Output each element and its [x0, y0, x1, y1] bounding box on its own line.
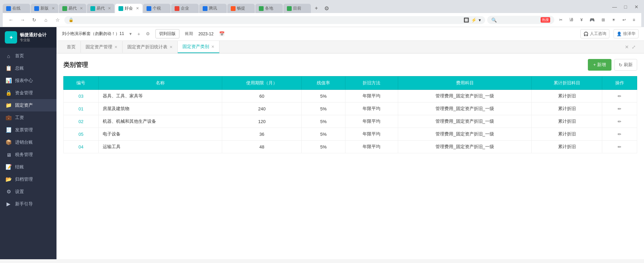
search-input[interactable]: 360智能抠图免费用	[498, 17, 539, 22]
game-button[interactable]: 🎮	[587, 16, 597, 24]
tab-close-t3[interactable]: ✕	[80, 6, 83, 11]
user-profile-button[interactable]: 👤 徐泽华	[614, 29, 639, 38]
cell-depreciation-3: 累计折旧	[532, 128, 602, 141]
chevron-down-icon[interactable]: ▾	[129, 31, 132, 36]
browser-tab-t8[interactable]: 腾讯	[199, 4, 227, 13]
switch-version-button[interactable]: 切到旧版	[155, 29, 179, 38]
browser-tab-t7[interactable]: 企业	[171, 4, 199, 13]
browser-tab-t11[interactable]: 目前	[283, 4, 311, 13]
sidebar-item-report[interactable]: 📊 报表中心	[0, 74, 56, 87]
browser-tab-t2[interactable]: 新版 ✕	[31, 4, 58, 13]
page-tab-close-depreciation[interactable]: ✕	[169, 45, 173, 49]
table-row: 05 电子设备 36 5% 年限平均 管理费用_固定资产折旧_一级 累计折旧 ✏	[64, 128, 637, 141]
theme-button[interactable]: ☀	[609, 16, 618, 24]
site-info-icon[interactable]: 🔲	[464, 17, 469, 23]
cell-action-4[interactable]: ✏	[602, 141, 637, 153]
new-tab-button[interactable]: +	[312, 3, 321, 13]
grid-button[interactable]: ⊞	[599, 16, 608, 24]
back-button[interactable]: ←	[6, 15, 16, 25]
dropdown-icon[interactable]: ▾	[479, 17, 481, 23]
edit-icon-3[interactable]: ✏	[618, 132, 621, 137]
browser-menu-button[interactable]: ≡	[630, 16, 638, 24]
tax-icon: 🖥	[5, 152, 12, 158]
search-icon: 🔍	[491, 17, 497, 23]
sidebar-item-invoice[interactable]: 🧾 发票管理	[0, 124, 56, 136]
support-label: 人工咨询	[590, 31, 606, 37]
table-row: 01 房屋及建筑物 240 5% 年限平均 管理费用_固定资产折旧_一级 累计折…	[64, 103, 637, 115]
edit-icon-0[interactable]: ✏	[618, 94, 621, 99]
address-bar[interactable]: 🔒 https://cloud.chanjet.com/accounting/u…	[64, 16, 485, 24]
tab-close-t4[interactable]: ✕	[108, 6, 111, 11]
search-bar[interactable]: 🔍 360智能抠图免费用 热搜	[487, 16, 554, 24]
edit-icon-1[interactable]: ✏	[618, 106, 621, 111]
tab-icon-t9	[231, 6, 236, 11]
refresh-button[interactable]: ↻ 刷新	[614, 59, 637, 71]
cell-name-1: 房屋及建筑物	[98, 103, 222, 115]
edit-icon-2[interactable]: ✏	[618, 119, 621, 124]
tab-icon-t8	[203, 6, 207, 11]
col-header-action: 操作	[602, 76, 637, 90]
history-button[interactable]: ↩	[620, 16, 629, 24]
browser-tab-t4[interactable]: 易代 ✕	[87, 4, 114, 13]
sidebar-item-ledger[interactable]: 📋 总账	[0, 62, 56, 74]
cell-action-1[interactable]: ✏	[602, 103, 637, 115]
toolbar-actions: ✂ 译 ¥ 🎮 ⊞ ☀ ↩ ≡	[556, 16, 638, 24]
browser-tab-t1[interactable]: 在线	[3, 4, 30, 13]
coin-button[interactable]: ¥	[578, 16, 585, 24]
add-account-button[interactable]: +	[137, 31, 140, 37]
add-button[interactable]: + 新增	[588, 59, 611, 71]
calendar-icon[interactable]: 📅	[219, 31, 225, 36]
cell-action-3[interactable]: ✏	[602, 128, 637, 141]
sidebar-label-funds: 资金管理	[15, 90, 33, 96]
sidebar-item-payroll[interactable]: 💼 工资	[0, 111, 56, 124]
sidebar-item-stock[interactable]: 📦 进销台账	[0, 136, 56, 148]
page-tab-close-fixed-mgmt[interactable]: ✕	[114, 45, 117, 49]
cell-depreciation-4: 累计折旧	[532, 141, 602, 153]
translate-button[interactable]: 译	[567, 16, 576, 24]
page-tab-expand-icon[interactable]: ⤢	[632, 44, 636, 50]
reload-button[interactable]: ↻	[29, 15, 39, 25]
scissors-button[interactable]: ✂	[556, 16, 565, 24]
browser-tab-t6[interactable]: 个税	[143, 4, 171, 13]
sidebar-item-funds[interactable]: 🔒 资金管理	[0, 87, 56, 99]
page-tab-fixed-mgmt[interactable]: 固定资产管理 ✕	[81, 41, 123, 53]
tab-close-t2[interactable]: ✕	[52, 6, 55, 11]
sidebar-item-archive[interactable]: 📂 归档管理	[0, 173, 56, 186]
tab-settings-button[interactable]: ⚙	[322, 3, 331, 13]
page-tab-close-category[interactable]: ✕	[211, 45, 214, 49]
sidebar-item-checkout[interactable]: 📝 结账	[0, 161, 56, 173]
sidebar-item-fixed-assets[interactable]: 📁 固定资产	[0, 99, 56, 111]
browser-tab-t10[interactable]: 各地	[255, 4, 283, 13]
minimize-button[interactable]: —	[610, 2, 619, 12]
sidebar-item-tax[interactable]: 🖥 税务管理	[0, 148, 56, 161]
home-button[interactable]: ⌂	[41, 15, 51, 25]
maximize-button[interactable]: □	[621, 2, 630, 12]
bookmark-button[interactable]: ☆	[53, 15, 62, 25]
page-tab-category[interactable]: 固定资产类别 ✕	[178, 41, 219, 53]
tab-label-t8: 腾讯	[209, 5, 217, 11]
tab-close-t5[interactable]: ✕	[136, 6, 139, 11]
address-input[interactable]: https://cloud.chanjet.com/accounting/uw1…	[76, 17, 462, 23]
cell-action-0[interactable]: ✏	[602, 90, 637, 103]
support-button[interactable]: 🎧 人工咨询	[580, 29, 609, 38]
page-tab-close-all-icon[interactable]: ✕	[625, 44, 629, 50]
page-tab-depreciation[interactable]: 固定资产折旧统计表 ✕	[123, 41, 178, 53]
close-window-button[interactable]: ✕	[632, 2, 641, 12]
sidebar-label-ledger: 总账	[15, 65, 24, 71]
browser-tab-t5[interactable]: 好会 ✕	[115, 4, 142, 13]
cell-period-2: 120	[222, 115, 302, 128]
sidebar-item-guide[interactable]: ▶ 新手引导	[0, 198, 56, 210]
bookmark-star-icon[interactable]: ⚡	[471, 17, 477, 23]
sidebar-item-home[interactable]: ⌂ 首页	[0, 50, 56, 62]
browser-tab-t3[interactable]: 易代 ✕	[59, 4, 86, 13]
tab-label-t2: 新版	[40, 5, 49, 11]
settings-gear-icon[interactable]: ⚙	[146, 31, 150, 36]
page-tab-home[interactable]: 首页	[62, 41, 81, 53]
cell-method-1: 年限平均	[345, 103, 398, 115]
browser-tab-t9[interactable]: 畅提	[227, 4, 255, 13]
edit-icon-4[interactable]: ✏	[618, 144, 621, 150]
sidebar-item-settings[interactable]: ⚙ 设置	[0, 186, 56, 198]
cell-period-1: 240	[222, 103, 302, 115]
forward-button[interactable]: →	[18, 15, 27, 25]
cell-action-2[interactable]: ✏	[602, 115, 637, 128]
